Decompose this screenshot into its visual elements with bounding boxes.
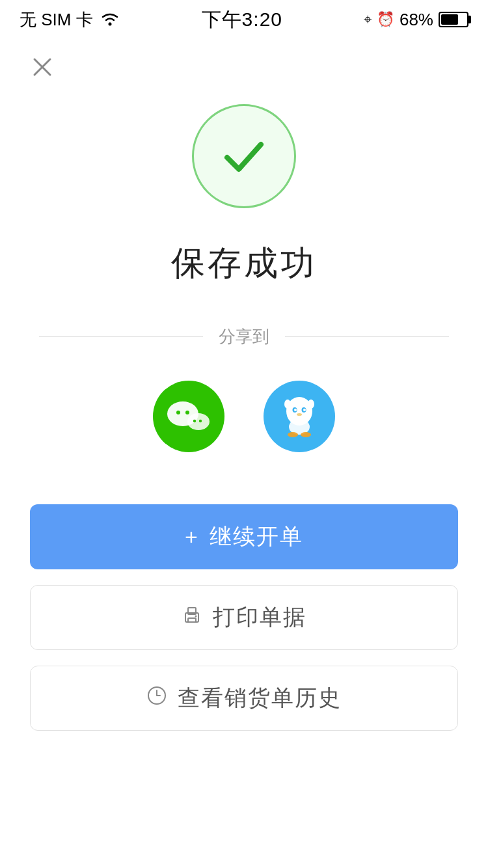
success-title: 保存成功	[171, 241, 317, 286]
svg-point-7	[193, 420, 196, 422]
svg-point-8	[199, 420, 202, 422]
buttons-section: + 继续开单 打印单据 查看销货单历史	[0, 504, 488, 731]
wechat-logo	[166, 397, 211, 436]
view-history-label: 查看销货单历史	[178, 683, 342, 713]
svg-point-23	[195, 615, 197, 617]
continue-order-button[interactable]: + 继续开单	[30, 504, 458, 569]
share-divider: 分享到	[0, 325, 488, 348]
continue-order-label: 继续开单	[210, 522, 303, 552]
status-right: ⌖ ⏰ 68%	[364, 10, 468, 30]
svg-point-13	[303, 409, 306, 411]
svg-point-18	[288, 432, 298, 437]
close-button[interactable]	[26, 51, 59, 83]
history-icon	[146, 685, 167, 711]
svg-point-16	[284, 400, 291, 409]
print-button[interactable]: 打印单据	[30, 585, 458, 650]
close-icon	[31, 55, 54, 79]
success-circle	[192, 104, 296, 208]
svg-point-17	[308, 400, 314, 409]
main-content: 保存成功 分享到	[0, 39, 488, 731]
plus-icon: +	[185, 524, 199, 550]
battery-percent: 68%	[400, 10, 433, 30]
status-left: 无 SIM 卡	[20, 8, 120, 31]
svg-point-6	[185, 411, 189, 414]
status-bar: 无 SIM 卡 下午3:20 ⌖ ⏰ 68%	[0, 0, 488, 39]
svg-point-12	[294, 409, 297, 411]
print-label: 打印单据	[213, 603, 306, 632]
divider-line-left	[39, 336, 203, 337]
checkmark-icon	[218, 130, 270, 182]
status-time: 下午3:20	[202, 7, 282, 33]
svg-point-19	[301, 432, 311, 437]
share-icons	[153, 381, 335, 452]
svg-point-5	[176, 411, 180, 414]
divider-line-right	[285, 336, 449, 337]
svg-point-4	[187, 413, 210, 430]
qq-logo	[280, 394, 319, 439]
svg-point-14	[297, 413, 302, 416]
print-icon	[182, 605, 202, 631]
battery-fill	[441, 14, 458, 25]
alarm-icon: ⏰	[377, 11, 394, 28]
svg-point-0	[108, 23, 111, 26]
wechat-share-button[interactable]	[153, 381, 224, 452]
no-sim-text: 无 SIM 卡	[20, 8, 93, 31]
share-label: 分享到	[219, 325, 269, 348]
svg-rect-22	[188, 618, 196, 622]
view-history-button[interactable]: 查看销货单历史	[30, 666, 458, 731]
qq-share-button[interactable]	[264, 381, 335, 452]
battery-bar	[439, 12, 468, 27]
wifi-icon	[100, 12, 120, 27]
location-icon: ⌖	[364, 11, 372, 28]
